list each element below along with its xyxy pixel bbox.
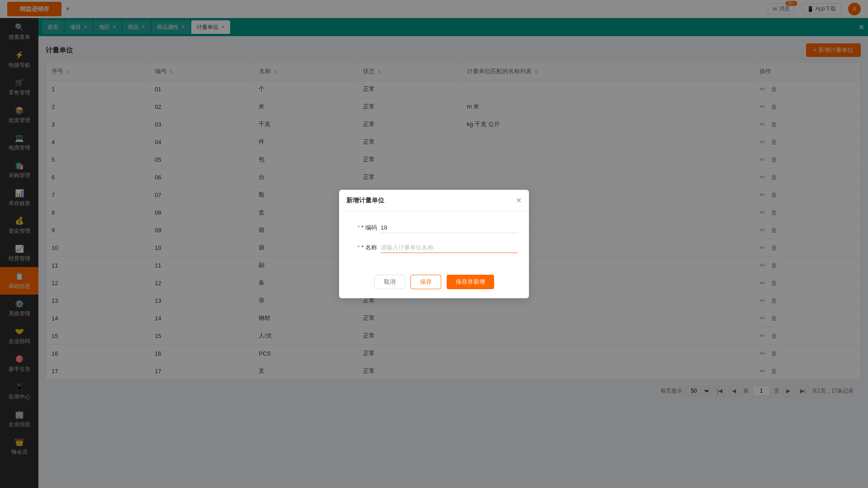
- modal-header: 新增计量单位 ✕: [339, 190, 529, 211]
- modal-body: * 编码 * 名称: [339, 211, 529, 269]
- save-and-new-button[interactable]: 保存并新增: [447, 275, 494, 289]
- modal-close-button[interactable]: ✕: [516, 196, 522, 205]
- cancel-button[interactable]: 取消: [374, 275, 405, 289]
- modal-footer: 取消 保存 保存并新增: [339, 269, 529, 298]
- add-unit-modal: 新增计量单位 ✕ * 编码 * 名称 取消 保存 保存并新增: [339, 190, 529, 298]
- code-row: * 编码: [350, 222, 518, 233]
- name-row: * 名称: [350, 242, 518, 253]
- code-label: * 编码: [350, 224, 377, 232]
- name-input[interactable]: [381, 242, 518, 253]
- code-input[interactable]: [381, 222, 518, 233]
- modal-overlay[interactable]: 新增计量单位 ✕ * 编码 * 名称 取消 保存 保存并新增: [0, 0, 868, 488]
- save-button[interactable]: 保存: [410, 275, 441, 289]
- modal-title: 新增计量单位: [346, 197, 384, 205]
- name-label: * 名称: [350, 244, 377, 252]
